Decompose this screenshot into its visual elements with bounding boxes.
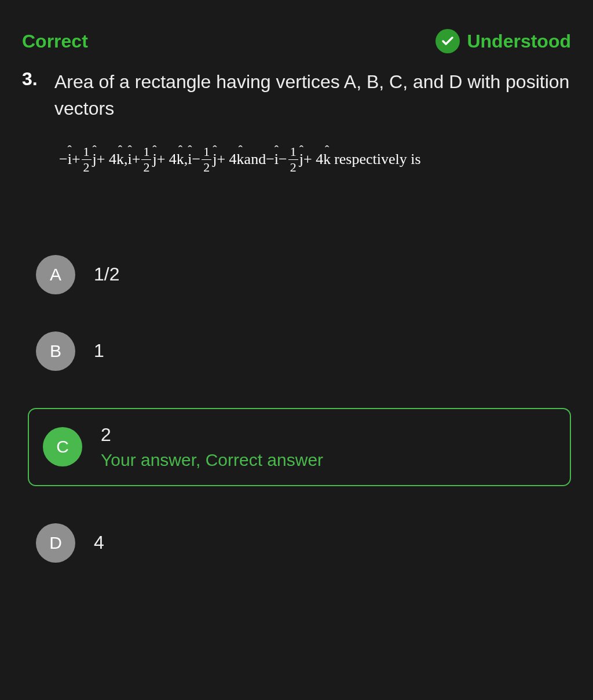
question-number: 3.	[22, 68, 44, 122]
answer-feedback: Your answer, Correct answer	[101, 450, 323, 470]
option-bubble: D	[36, 523, 75, 563]
question-equation: −i + 12j + 4k, i + 12j + 4k, i − 12j + 4…	[59, 145, 571, 174]
question-row: 3. Area of a rectangle having vertices A…	[22, 68, 571, 122]
option-bubble: B	[36, 331, 75, 371]
check-icon	[435, 29, 460, 53]
option-label: 1	[94, 340, 104, 362]
option-label: 2	[101, 424, 323, 446]
understood-button[interactable]: Understood	[435, 29, 571, 53]
option-bubble: C	[43, 427, 82, 466]
option-a[interactable]: A1/2	[28, 255, 571, 294]
option-c[interactable]: C2Your answer, Correct answer	[28, 408, 571, 486]
question-header: Correct Understood	[22, 29, 571, 53]
option-d[interactable]: D4	[28, 523, 571, 563]
option-bubble: A	[36, 255, 75, 294]
understood-label: Understood	[467, 31, 571, 52]
question-text: Area of a rectangle having vertices A, B…	[54, 68, 571, 122]
options-list: A1/2B1C2Your answer, Correct answerD4	[28, 255, 571, 563]
option-b[interactable]: B1	[28, 331, 571, 371]
option-label: 4	[94, 532, 104, 553]
status-label: Correct	[22, 31, 88, 52]
option-label: 1/2	[94, 264, 119, 285]
